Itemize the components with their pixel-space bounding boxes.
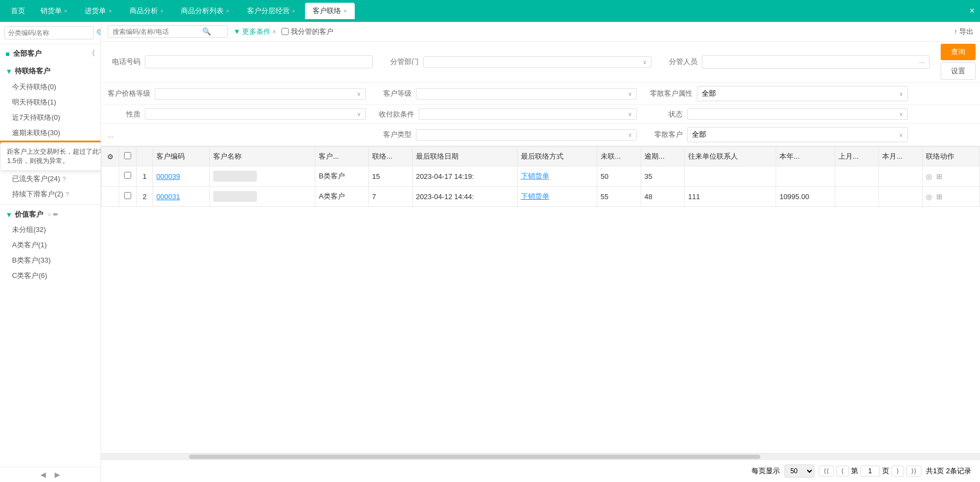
col-name[interactable]: 客户名称: [210, 147, 315, 166]
page-nav: ⟨⟨ ⟨ 第 页 ⟩ ⟩⟩: [819, 466, 922, 477]
col-action: 联络动作: [923, 147, 980, 166]
col-checkbox[interactable]: [119, 147, 137, 166]
nav-tab-customer-segment[interactable]: 客户分层经营 ×: [239, 3, 303, 19]
col-contacts[interactable]: 往来单位联系人: [685, 147, 776, 166]
scrollbar-thumb[interactable]: [189, 455, 760, 459]
sidebar-item-tomorrow[interactable]: 明天待联络(1): [0, 95, 101, 110]
row1-last-method[interactable]: 下销货单: [517, 166, 597, 187]
customer-type-select[interactable]: ∨: [416, 129, 637, 141]
nav-tab-analysis[interactable]: 商品分析 ×: [122, 3, 171, 19]
price-grade-select[interactable]: ∨: [155, 88, 366, 100]
row1-action-icon1[interactable]: ◎: [926, 172, 932, 181]
close-sales-tab[interactable]: ×: [64, 8, 67, 14]
sidebar-left-arrow[interactable]: ◀: [37, 469, 49, 480]
row2-action-icon1[interactable]: ◎: [926, 193, 932, 201]
status-select[interactable]: ∨: [687, 108, 908, 120]
col-last-method[interactable]: 最后联络方式: [517, 147, 597, 166]
sidebar-item-class-c[interactable]: C类客户(6): [0, 268, 101, 283]
pending-group[interactable]: ▼ 待联络客户: [0, 63, 101, 79]
col-this-month[interactable]: 本月...: [879, 147, 923, 166]
page-label: 第: [851, 466, 858, 476]
sidebar-item-class-a[interactable]: A类客户(1): [0, 237, 101, 253]
sidebar-item-7days[interactable]: 近7天待联络(0): [0, 110, 101, 125]
sidebar-search-icon[interactable]: 🔍: [96, 29, 101, 37]
col-unreached[interactable]: 未联...: [597, 147, 641, 166]
col-class[interactable]: 客户...: [315, 147, 369, 166]
prev-page-button[interactable]: ⟨: [836, 466, 849, 477]
col-overdue[interactable]: 逾期...: [641, 147, 684, 166]
row1-checkbox-cell[interactable]: [119, 166, 137, 187]
phone-label: 电话号码: [108, 57, 140, 67]
col-last-date[interactable]: 最后联络日期: [412, 147, 517, 166]
close-contact-tab[interactable]: ×: [343, 8, 347, 14]
col-last-month[interactable]: 上月...: [835, 147, 879, 166]
nav-tab-sales[interactable]: 销货单 ×: [33, 3, 75, 19]
declining-info-icon[interactable]: ?: [66, 191, 69, 198]
first-page-button[interactable]: ⟨⟨: [819, 466, 834, 477]
nav-tab-analysis-list[interactable]: 商品分析列表 ×: [173, 3, 237, 19]
last-page-button[interactable]: ⟩⟩: [906, 466, 922, 477]
sparse-customer-select[interactable]: 全部 ∨: [687, 127, 908, 142]
value-group-edit-icon[interactable]: ○ ✏: [48, 211, 58, 218]
horizontal-scrollbar[interactable]: [101, 453, 980, 460]
my-customer-checkbox[interactable]: [281, 28, 289, 35]
col-settings[interactable]: ⚙: [102, 147, 119, 166]
window-close-button[interactable]: ×: [970, 6, 975, 16]
col-contact-count[interactable]: 联络...: [368, 147, 412, 166]
sidebar-item-declining[interactable]: 持续下滑客户(2) ?: [0, 187, 101, 202]
nav-tab-purchase[interactable]: 进货单 ×: [77, 3, 119, 19]
query-button[interactable]: 查询: [941, 44, 976, 60]
value-group[interactable]: ▼ 价值客户 ○ ✏: [0, 207, 101, 222]
sidebar-right-arrow[interactable]: ▶: [51, 469, 63, 480]
more-conditions-chevron: ∧: [272, 28, 276, 34]
row1-name[interactable]: [210, 166, 315, 187]
per-page-select[interactable]: 50 100 200: [784, 464, 814, 478]
sidebar-search-input[interactable]: [4, 26, 94, 39]
all-customers-label: ■ 全部客户 〈: [0, 44, 101, 63]
more-conditions-button[interactable]: ▼ 更多条件 ∧: [233, 27, 276, 37]
row2-code[interactable]: 000031: [153, 187, 210, 207]
sparse-attr-select[interactable]: 全部 ∨: [697, 86, 908, 101]
nature-select[interactable]: ∨: [145, 108, 366, 120]
sidebar-item-lost-customers[interactable]: 已流失客户(24) ?: [0, 171, 101, 187]
row2-checkbox[interactable]: [124, 192, 131, 199]
row2-checkbox-cell[interactable]: [119, 187, 137, 207]
phone-input[interactable]: [145, 55, 373, 68]
main-search-input[interactable]: [113, 28, 200, 36]
next-page-button[interactable]: ⟩: [891, 466, 904, 477]
setting-button[interactable]: 设置: [941, 62, 976, 80]
sidebar-item-class-b[interactable]: B类客户(33): [0, 253, 101, 268]
sidebar-item-today[interactable]: 今天待联络(0): [0, 79, 101, 95]
select-all-checkbox[interactable]: [124, 152, 131, 159]
payment-select[interactable]: ∨: [419, 108, 637, 120]
sidebar-item-overdue[interactable]: 逾期未联络(30): [0, 125, 101, 141]
close-purchase-tab[interactable]: ×: [108, 8, 112, 14]
sidebar-bottom-nav: ◀ ▶: [0, 467, 101, 482]
col-this-year[interactable]: 本年...: [776, 147, 835, 166]
customer-grade-select[interactable]: ∨: [416, 88, 637, 100]
row2-last-method[interactable]: 下销货单: [517, 187, 597, 207]
row1-unreached: 50: [597, 166, 641, 187]
sidebar-item-ungroup[interactable]: 未分组(32): [0, 222, 101, 237]
row2-name[interactable]: [210, 187, 315, 207]
row1-action-icon2[interactable]: ⊞: [936, 172, 942, 181]
sidebar-collapse-icon[interactable]: 〈: [88, 49, 95, 59]
row2-action-icon2[interactable]: ⊞: [936, 193, 942, 201]
export-button[interactable]: ↑ 导出: [954, 27, 974, 37]
main-search-icon[interactable]: 🔍: [202, 27, 211, 36]
close-analysis-tab[interactable]: ×: [160, 8, 163, 14]
lost-info-icon[interactable]: ?: [62, 176, 66, 182]
page-number-input[interactable]: [860, 466, 880, 477]
row1-code[interactable]: 000039: [153, 166, 210, 187]
row4-dots[interactable]: ...: [108, 131, 114, 139]
col-code[interactable]: 客户编码: [153, 147, 210, 166]
close-analysis-list-tab[interactable]: ×: [226, 8, 229, 14]
my-customer-checkbox-area[interactable]: 我分管的客户: [281, 27, 333, 37]
manager-dots[interactable]: ···: [919, 58, 925, 66]
nav-tab-home[interactable]: 首页: [5, 3, 31, 19]
nav-tab-customer-contact[interactable]: 客户联络 ×: [305, 3, 354, 19]
dept-select[interactable]: ∨: [423, 56, 651, 68]
row1-checkbox[interactable]: [124, 172, 131, 179]
close-segment-tab[interactable]: ×: [292, 8, 295, 14]
manager-select[interactable]: ···: [702, 55, 930, 69]
